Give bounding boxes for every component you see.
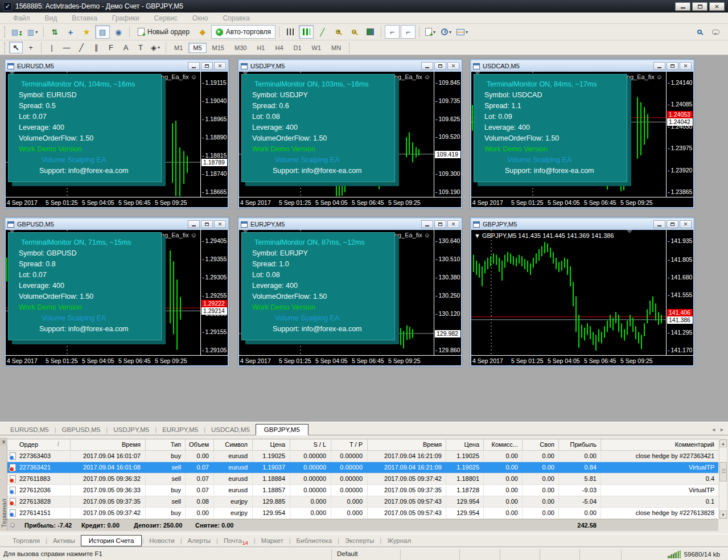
column-header-order[interactable]: Ордер: [19, 441, 38, 448]
chart-window-titlebar[interactable]: EURJPY,M5: [239, 219, 461, 230]
candlestick-button[interactable]: [299, 25, 314, 39]
strategy-tester-button[interactable]: ◉: [111, 25, 126, 39]
terminal-tab-Алерты[interactable]: Алерты: [182, 536, 216, 546]
terminal-tab-Новости[interactable]: Новости: [143, 536, 180, 546]
chart-restore-button[interactable]: [667, 220, 678, 228]
channel-button[interactable]: ∥: [89, 42, 103, 53]
chart-area[interactable]: _Scalping_Ea_fix ☺ TerminalMonitor ON, 1…: [239, 72, 461, 207]
profiles-button[interactable]: ▥▾: [25, 25, 40, 39]
column-header-type[interactable]: Тип: [171, 441, 181, 448]
chart-minimize-button[interactable]: [421, 220, 433, 228]
menu-Графики[interactable]: Графики: [105, 14, 147, 22]
terminal-tab-Маркет[interactable]: Маркет: [256, 536, 289, 546]
terminal-tab-Почта[interactable]: Почта14: [218, 536, 254, 546]
column-header-time[interactable]: Время: [122, 441, 141, 448]
search-button[interactable]: [692, 25, 707, 39]
history-row-227613828[interactable]: 2276138282017.09.05 09:37:35sell0.08eurj…: [7, 496, 718, 508]
chart-close-button[interactable]: [680, 62, 692, 70]
history-row-227612036[interactable]: 2276120362017.09.05 09:36:33buy0.07eurus…: [7, 485, 718, 496]
fibonacci-button[interactable]: F: [104, 42, 118, 53]
text-button[interactable]: A: [119, 42, 133, 53]
menu-Вид[interactable]: Вид: [38, 14, 65, 22]
chart-tab-USDCAD,M5[interactable]: USDCAD,M5: [205, 425, 256, 435]
chart-tab-GBPUSD,M5[interactable]: GBPUSD,M5: [56, 425, 106, 435]
tab-scroll-left-icon[interactable]: ◄: [711, 427, 716, 433]
timeframe-M30[interactable]: M30: [230, 43, 251, 53]
table-scrollbar[interactable]: ▲ ▼: [719, 439, 727, 519]
restore-button[interactable]: [692, 2, 708, 11]
menu-Справка[interactable]: Справка: [216, 14, 257, 22]
text-label-button[interactable]: T: [134, 42, 147, 53]
chart-window-titlebar[interactable]: GBPJPY,M5: [471, 219, 693, 230]
minimize-button[interactable]: [675, 2, 690, 11]
column-header-symbol[interactable]: Символ: [225, 441, 248, 448]
tab-scroll-arrows[interactable]: ◄►: [711, 427, 725, 435]
chat-button[interactable]: [708, 25, 723, 39]
scroll-up-button[interactable]: ▲: [719, 439, 727, 447]
chart-area[interactable]: _Scalping_Ea_fix ☺ TerminalMonitor ON, 8…: [239, 230, 461, 365]
column-header-sl[interactable]: S / L: [313, 441, 326, 448]
chart-minimize-button[interactable]: [653, 62, 665, 70]
zoom-in-button[interactable]: +: [331, 25, 346, 39]
templates-button[interactable]: ▾: [455, 25, 470, 39]
status-profile[interactable]: Default: [337, 550, 357, 557]
timeframe-M15[interactable]: M15: [208, 43, 229, 53]
chart-area[interactable]: _Scalping_Ea_fix ☺ TerminalMonitor ON, 8…: [471, 72, 693, 207]
vertical-line-button[interactable]: |: [45, 42, 59, 53]
chart-shift-button[interactable]: ⌐: [401, 25, 416, 39]
autotrading-button[interactable]: Авто-торговля: [211, 25, 275, 39]
timeframe-M5[interactable]: M5: [188, 43, 206, 53]
column-header-swap[interactable]: Своп: [540, 441, 554, 448]
terminal-tab-Журнал[interactable]: Журнал: [381, 536, 417, 546]
chart-minimize-button[interactable]: [653, 220, 665, 228]
cursor-button[interactable]: ↖: [9, 42, 23, 53]
column-header-price2[interactable]: Цена: [464, 441, 479, 448]
timeframe-H4[interactable]: H4: [270, 43, 287, 53]
column-header-profit[interactable]: Прибыль: [570, 441, 597, 448]
menu-Файл[interactable]: Файл: [6, 14, 38, 22]
chart-tab-EURUSD,M5[interactable]: EURUSD,M5: [5, 425, 55, 435]
tile-windows-button[interactable]: [363, 25, 377, 39]
chart-close-button[interactable]: [680, 220, 692, 228]
chart-area[interactable]: _Scalping_Ea_fix ☺ TerminalMonitor ON, 7…: [6, 230, 228, 365]
chart-area[interactable]: _Scalping_Ea_fix ☺ TerminalMonitor ON, 1…: [6, 72, 228, 207]
column-header-comment[interactable]: Комментарий: [675, 441, 714, 448]
periods-button[interactable]: ▾: [439, 25, 454, 39]
chart-window-titlebar[interactable]: USDJPY,M5: [239, 60, 461, 72]
line-chart-button[interactable]: ╱: [315, 25, 330, 39]
terminal-tab-История Счета[interactable]: История Счета: [81, 535, 142, 546]
timeframe-MN[interactable]: MN: [327, 43, 346, 53]
terminal-tab-Активы[interactable]: Активы: [47, 536, 81, 546]
timeframe-H1[interactable]: H1: [252, 43, 269, 53]
menu-Вставка[interactable]: Вставка: [64, 14, 105, 22]
bar-chart-button[interactable]: [283, 25, 298, 39]
chart-restore-button[interactable]: [667, 62, 678, 70]
history-row-227363403[interactable]: 2273634032017.09.04 16:01:07buy0.00eurus…: [7, 451, 718, 462]
terminal-tab-Торговля[interactable]: Торговля: [7, 536, 46, 546]
scroll-down-button[interactable]: ▼: [719, 510, 727, 518]
chart-tab-USDJPY,M5[interactable]: USDJPY,M5: [108, 425, 155, 435]
chart-tab-EURJPY,M5[interactable]: EURJPY,M5: [157, 425, 204, 435]
chart-restore-button[interactable]: [434, 220, 446, 228]
chart-area[interactable]: ▼ GBPJPY,M5 141.435 141.445 141.369 141.…: [471, 230, 693, 365]
timeframe-M1[interactable]: M1: [170, 43, 187, 53]
terminal-tab-Библиотека[interactable]: Библиотека: [291, 536, 338, 546]
timeframe-W1[interactable]: W1: [307, 43, 326, 53]
tab-scroll-right-icon[interactable]: ►: [719, 427, 725, 433]
close-button[interactable]: [709, 2, 725, 11]
terminal-tab-Эксперты[interactable]: Эксперты: [339, 536, 380, 546]
menu-Окно[interactable]: Окно: [185, 14, 216, 22]
chart-minimize-button[interactable]: [421, 62, 433, 70]
metaeditor-button[interactable]: ◆: [195, 25, 210, 39]
chart-minimize-button[interactable]: [188, 62, 200, 70]
history-row-227363421[interactable]: 2273634212017.09.04 16:01:08sell0.07euru…: [7, 462, 718, 473]
arrows-button[interactable]: ◈▾: [149, 42, 162, 53]
horizontal-line-button[interactable]: —: [60, 42, 73, 53]
column-header-volume[interactable]: Объем: [189, 441, 209, 448]
market-watch-button[interactable]: ⇅: [47, 25, 62, 39]
chart-minimize-button[interactable]: [188, 220, 200, 228]
auto-scroll-button[interactable]: ⌐: [385, 25, 400, 39]
column-header-commission[interactable]: Комисс...: [492, 441, 518, 448]
chart-close-button[interactable]: [214, 220, 226, 228]
timeframe-D1[interactable]: D1: [289, 43, 306, 53]
